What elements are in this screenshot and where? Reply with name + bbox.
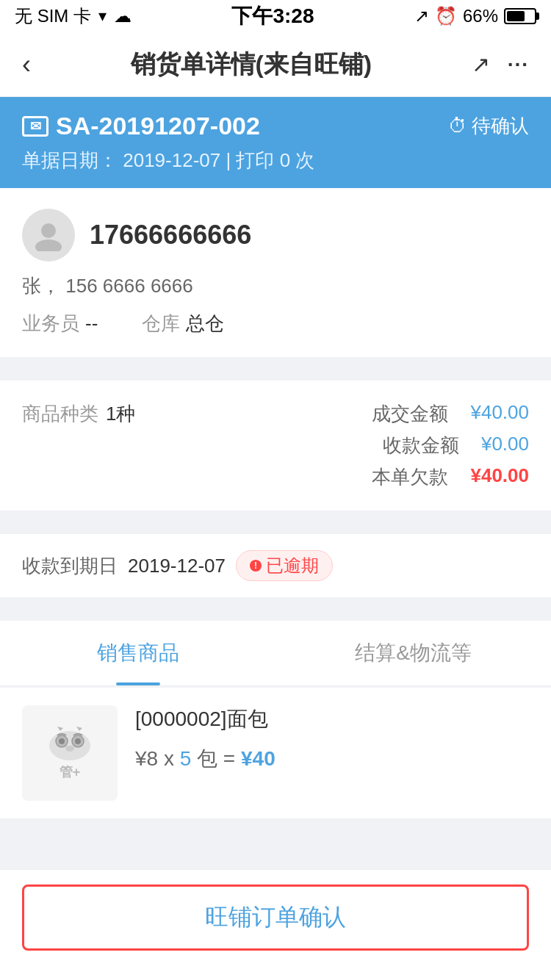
status-right: ↗ ⏰ 66%: [414, 6, 536, 26]
product-type-value: 1种: [106, 401, 135, 427]
svg-point-0: [41, 223, 56, 238]
tab-settlement-label: 结算&物流等: [355, 639, 472, 667]
alarm-icon: ⏰: [435, 6, 457, 26]
summary-section: 商品种类 1种 成交金额 ¥40.00 收款金额 ¥0.00 本单欠款 ¥40.…: [0, 381, 551, 511]
received-amount-row: 收款金额 ¥0.00: [383, 433, 529, 458]
customer-card: 17666666666 张， 156 6666 6666 业务员 -- 仓库 总…: [0, 188, 551, 357]
order-date-line: 单据日期： 2019-12-07 | 打印 0 次: [22, 148, 529, 173]
unit: 包: [197, 747, 217, 770]
product-details: [0000002]面包 ¥8 x 5 包 = ¥40: [135, 705, 529, 773]
page-title: 销货单详情(来自旺铺): [31, 48, 472, 82]
wifi-icon: ▾: [98, 7, 107, 26]
order-id-text: SA-20191207-002: [56, 112, 260, 140]
amount-summary: 成交金额 ¥40.00 收款金额 ¥0.00 本单欠款 ¥40.00: [372, 401, 529, 490]
avatar: [22, 209, 75, 262]
product-item: 管+ [0000002]面包 ¥8 x 5 包 = ¥40: [22, 705, 529, 801]
back-button[interactable]: ‹: [22, 49, 31, 80]
due-date-label: 收款到期日: [22, 553, 118, 579]
print-suffix: 次: [295, 149, 314, 171]
deal-amount-label: 成交金额: [372, 401, 448, 427]
confirm-order-button[interactable]: 旺铺订单确认: [22, 884, 529, 951]
due-date-section: 收款到期日 2019-12-07 ! 已逾期: [0, 534, 551, 597]
quantity: 5: [180, 747, 192, 770]
order-header-banner: ✉ SA-20191207-002 ⏱ 待确认 单据日期： 2019-12-07…: [0, 97, 551, 188]
location-icon: ↗: [414, 6, 429, 26]
order-icon: ✉: [22, 116, 48, 137]
salesperson-label: 业务员: [22, 311, 79, 336]
received-value: ¥0.00: [481, 433, 529, 458]
multiply-symbol: x: [164, 747, 180, 770]
status-bar: 无 SIM 卡 ▾ ☁ 下午3:28 ↗ ⏰ 66%: [0, 0, 551, 32]
product-section: 管+ [0000002]面包 ¥8 x 5 包 = ¥40: [0, 688, 551, 818]
product-name-text: 面包: [227, 707, 268, 730]
order-date-value: 2019-12-07: [123, 149, 220, 171]
order-status: ⏱ 待确认: [448, 113, 529, 139]
unit-price: ¥8: [135, 747, 158, 770]
svg-marker-8: [57, 727, 63, 731]
due-amount-value: ¥40.00: [470, 464, 529, 490]
due-amount-row: 本单欠款 ¥40.00: [372, 464, 529, 490]
battery-indicator: [504, 8, 536, 24]
nav-actions: ↗ ···: [472, 51, 529, 77]
overdue-badge: ! 已逾期: [236, 550, 333, 581]
customer-alt-phone: 156 6666 6666: [65, 275, 193, 297]
product-price-line: ¥8 x 5 包 = ¥40: [135, 745, 529, 773]
product-name: [0000002]面包: [135, 705, 529, 733]
share-button[interactable]: ↗: [472, 51, 490, 77]
due-date-value: 2019-12-07: [128, 555, 226, 577]
bottom-action-area: 旺铺订单确认: [0, 869, 551, 980]
warehouse-label: 仓库: [142, 311, 180, 336]
status-carrier: 无 SIM 卡 ▾ ☁: [15, 4, 132, 28]
tab-bar: 销售商品 结算&物流等: [0, 621, 551, 686]
overdue-text: 已逾期: [266, 554, 319, 577]
customer-info: 张， 156 6666 6666: [22, 273, 529, 299]
salesperson-value: --: [85, 312, 98, 335]
svg-point-6: [75, 738, 81, 744]
customer-meta: 业务员 -- 仓库 总仓: [22, 311, 529, 336]
salesperson-item: 业务员 --: [22, 311, 98, 336]
product-type-label: 商品种类: [22, 401, 98, 427]
tab-sales-products-label: 销售商品: [97, 639, 179, 667]
product-thumb-owl-icon: 管+: [44, 725, 96, 781]
svg-marker-9: [76, 727, 82, 731]
deal-amount-value: ¥40.00: [470, 401, 529, 427]
svg-point-1: [35, 239, 62, 251]
tab-settlement[interactable]: 结算&物流等: [276, 621, 551, 685]
svg-point-7: [65, 746, 74, 752]
warehouse-item: 仓库 总仓: [142, 311, 224, 336]
more-button[interactable]: ···: [508, 53, 529, 76]
product-code: [0000002]: [135, 707, 227, 730]
customer-name: 张: [22, 275, 41, 297]
wifi-label: ☁: [114, 6, 132, 26]
tab-active-indicator: [116, 682, 160, 685]
overdue-dot-icon: !: [250, 560, 262, 572]
tab-sales-products[interactable]: 销售商品: [0, 621, 276, 685]
due-amount-label: 本单欠款: [372, 464, 448, 490]
equals-symbol: =: [223, 747, 241, 770]
divider-2: [0, 522, 551, 534]
customer-phone: 17666666666: [90, 220, 251, 251]
status-clock-icon: ⏱: [448, 115, 467, 137]
order-id: ✉ SA-20191207-002: [22, 112, 260, 140]
status-text: 待确认: [472, 113, 529, 139]
order-date-label: 单据日期：: [22, 149, 118, 171]
product-thumbnail: 管+: [22, 705, 118, 801]
warehouse-value: 总仓: [186, 311, 224, 336]
svg-point-5: [59, 738, 65, 744]
print-label: 打印: [236, 149, 274, 171]
divider-3: [0, 609, 551, 621]
divider-1: [0, 369, 551, 381]
carrier-text: 无 SIM 卡: [15, 4, 91, 28]
confirm-button-label: 旺铺订单确认: [205, 901, 346, 934]
print-count: 0: [280, 149, 290, 171]
received-label: 收款金额: [383, 433, 459, 458]
status-time: 下午3:28: [231, 2, 314, 30]
battery-percentage: 66%: [463, 6, 498, 26]
nav-bar: ‹ 销货单详情(来自旺铺) ↗ ···: [0, 32, 551, 97]
deal-amount-row: 成交金额 ¥40.00: [372, 401, 529, 427]
total-price: ¥40: [241, 747, 276, 770]
